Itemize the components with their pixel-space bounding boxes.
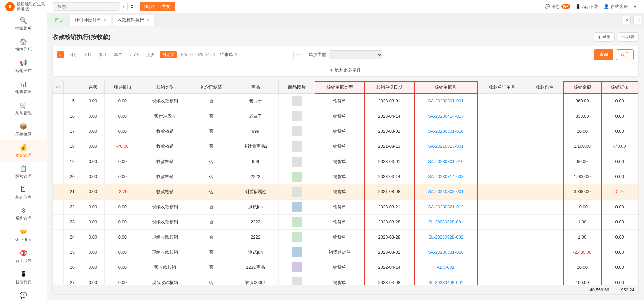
sidebar-item-inventory[interactable]: 📦库存核算 (0, 119, 47, 140)
receipt-terms-cell (527, 214, 563, 229)
goods-image-cell (278, 275, 315, 285)
column-settings-icon[interactable]: ⚙ (56, 85, 60, 90)
settings-button[interactable]: 设置 (616, 49, 634, 60)
table-row: 24 0.00 0.00 现续收款核销 否 2222 销货单 2023-03-2… (53, 229, 638, 245)
filter-tab-7days[interactable]: 近7天 (127, 51, 143, 58)
filter-tab-custom[interactable]: 自定义 (160, 51, 177, 58)
filter-tab-this-month[interactable]: 本月 (96, 51, 109, 58)
receipt-tab-close-icon[interactable]: ✕ (146, 18, 149, 23)
query-button[interactable]: 查询 (594, 49, 613, 60)
bill-no-link[interactable]: SA-20210808-001 (428, 189, 464, 194)
export-button[interactable]: ⬆ 导出 (594, 32, 615, 42)
product-image (292, 111, 302, 121)
receipt-order-no-cell (477, 124, 527, 139)
sidebar-item-enterprise[interactable]: 🤝企业协同 (0, 225, 47, 246)
bill-no-link[interactable]: SA-20230331-026 (428, 250, 464, 255)
receipt-terms-cell (527, 154, 563, 169)
tab-prepay[interactable]: 预付冲应付单 ✕ (70, 15, 111, 26)
goods-cell: 老白干 (232, 93, 279, 109)
tab-expand-button[interactable]: ⛶ (633, 16, 641, 24)
sidebar-label-hardware: 智能硬件 (15, 279, 32, 285)
sidebar-item-sales[interactable]: 📊销售管理 (0, 77, 47, 98)
receipt-terms-cell (527, 109, 563, 124)
bill-no-link[interactable]: SA-20230301-001 (428, 98, 464, 103)
bill-type-select[interactable] (329, 50, 382, 59)
table-row: 20 0.00 0.00 收款核销 否 2222 销货单 2023-03-14 … (53, 169, 638, 184)
bill-no-link[interactable]: ABC-001 (437, 265, 455, 270)
bill-type-cell: 销货单 (315, 154, 365, 169)
sidebar-item-finance[interactable]: 💰资金管理 (0, 140, 47, 162)
industry-button[interactable]: 体验行业方案 (140, 2, 175, 11)
filter-tab-this-year[interactable]: 本年 (111, 51, 125, 58)
balance-cell: 0.00 (81, 275, 104, 285)
service-icon: 👤 (604, 4, 609, 9)
bill-no-link[interactable]: SL-20230328-001 (428, 219, 463, 224)
sidebar-item-wechat[interactable]: 💬企业微信 (0, 288, 47, 300)
goods-cell: 999 (232, 154, 279, 169)
goods-image-cell (278, 199, 315, 214)
bill-type-cell: 销货单 (315, 139, 365, 154)
tab-home[interactable]: 首页 (50, 15, 68, 26)
included-cell: 否 (190, 154, 232, 169)
receipt-order-no-cell (477, 214, 527, 229)
balance-cell: 0.00 (81, 260, 104, 275)
app-download-button[interactable]: 📱 App下载 (575, 4, 598, 10)
expand-more-button[interactable]: ▾ 展开更多条件 (330, 67, 361, 73)
filter-tab-last-month[interactable]: 上月 (80, 51, 94, 58)
sidebar-item-system[interactable]: ⚙系统管理 (0, 204, 47, 225)
receipt-order-no-cell (477, 169, 527, 184)
row-num-cell: 20 (64, 169, 81, 184)
bill-date-cell: 2023-04-08 (365, 275, 414, 285)
product-image (292, 141, 302, 152)
balance-cell: 0.00 (81, 109, 104, 124)
bill-no-link[interactable]: SA-20230414-017 (428, 114, 464, 119)
bill-no-link[interactable]: SL-20230328-002 (428, 234, 463, 240)
bill-no-link[interactable]: SA-20230321-012 (428, 204, 464, 209)
bill-no-link[interactable]: SA-20230301-010 (428, 129, 464, 134)
included-cell: 否 (190, 109, 232, 124)
sidebar-label-search: 搜索菜单 (15, 26, 32, 31)
filter-toggle-button[interactable]: » (57, 51, 64, 58)
online-service-button[interactable]: 👤 在线客服 (604, 4, 628, 10)
message-button[interactable]: 💬 消息 99+ (545, 4, 570, 10)
table-footer: 40,556,66... 952.24 (53, 285, 638, 294)
chevron-down-icon[interactable]: ▾ (123, 4, 125, 9)
cash-discount-column-header: 现金折扣 (104, 81, 141, 93)
tab-receipt[interactable]: 收款核销执行 ✕ (113, 15, 154, 26)
sidebar-item-search[interactable]: 🔍搜索菜单 (0, 13, 47, 35)
prepay-tab-close-icon[interactable]: ✕ (103, 18, 106, 23)
gear-button[interactable]: ⚙ (127, 2, 137, 11)
bill-no-link[interactable]: SA-20230301-010 (428, 159, 464, 164)
bill-no-link[interactable]: SL-20230408-001 (428, 280, 463, 285)
goods-image-cell (278, 154, 315, 169)
sidebar-item-purchase[interactable]: 🛒采购管理 (0, 98, 47, 119)
bill-type-cell: 销货单 (315, 109, 365, 124)
filter-tab-more[interactable]: 更多 (144, 51, 158, 58)
bill-type-cell: 销货单 (315, 214, 365, 229)
writeoff-discount-cell: 0.00 (601, 93, 638, 109)
table-wrapper[interactable]: ⚙ 余额 现金折扣 核销类型 包含已结清 商品 商品图片 核销单据类型 核销单据… (53, 81, 638, 285)
search-input[interactable] (53, 2, 120, 11)
sidebar-item-guide[interactable]: 🎯新手引导 (0, 246, 47, 267)
bill-date-cell: 2023-03-28 (365, 229, 414, 245)
table-row: 17 0.00 0.00 收款核销 否 999 销货单 2023-03-01 S… (53, 124, 638, 139)
expand-more-row: ▾ 展开更多条件 (57, 66, 634, 73)
row-num-cell: 24 (64, 229, 81, 245)
tab-close-all-button[interactable]: ✕ (623, 16, 631, 24)
sidebar-item-operations[interactable]: 📋经营管理 (0, 162, 47, 183)
goods-image-cell (278, 184, 315, 199)
bill-no-link[interactable]: SA-20210813-001 (428, 144, 464, 149)
writeoff-discount-cell: -70.00 (601, 139, 638, 154)
table-row: 18 0.00 -70.00 收款核销 否 多计量商品2 销货单 2021-08… (53, 139, 638, 154)
sidebar-item-marketing[interactable]: 📢营销推广 (0, 56, 47, 77)
sidebar-item-hardware[interactable]: 📱智能硬件 (0, 267, 47, 288)
row-num-cell: 15 (64, 93, 81, 109)
sidebar-item-basic[interactable]: 🗄基础信息 (0, 183, 47, 204)
sidebar-item-quicknav[interactable]: 🏠快捷导航 (0, 35, 47, 56)
bill-no-link[interactable]: SA-20230314-008 (428, 174, 464, 179)
product-image (292, 96, 302, 106)
refresh-button[interactable]: ↻ 刷新 (618, 32, 639, 42)
counterparty-input[interactable] (240, 51, 294, 59)
writeoff-type-column-header: 核销类型 (141, 81, 190, 93)
sidebar-label-purchase: 采购管理 (15, 110, 32, 116)
